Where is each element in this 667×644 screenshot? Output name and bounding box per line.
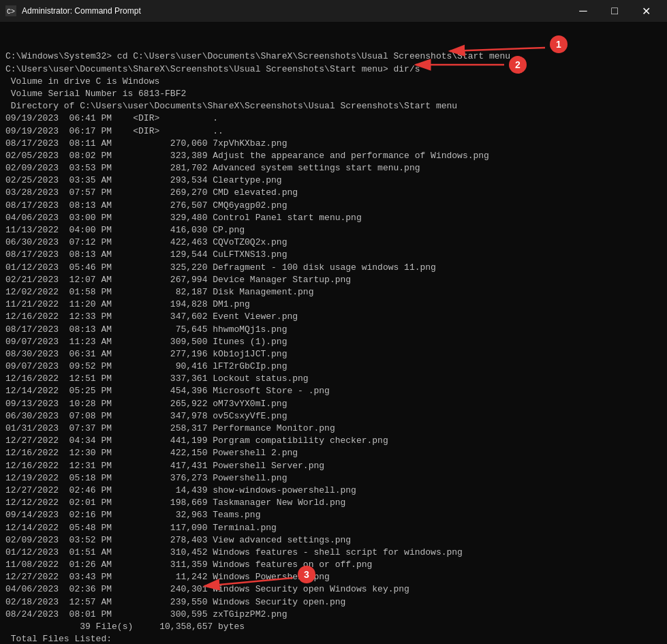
terminal-line: 08/30/2023 06:31 AM 277,196 kOb1oj1JCT.p… xyxy=(5,348,662,361)
terminal-line: 12/16/2022 12:30 PM 422,150 Powershell 2… xyxy=(5,447,662,459)
svg-text:C>: C> xyxy=(7,8,15,16)
minimize-button[interactable]: ─ xyxy=(568,0,599,22)
terminal-line: 02/09/2023 03:53 PM 281,702 Advanced sys… xyxy=(5,162,662,174)
terminal-line: 12/27/2022 02:46 PM 14,439 show-windows-… xyxy=(5,485,662,497)
terminal-line: 12/16/2022 12:33 PM 347,602 Event Viewer… xyxy=(5,311,662,323)
terminal-line: 02/18/2023 12:57 AM 239,550 Windows Secu… xyxy=(5,596,662,609)
terminal-line: 11/08/2022 01:26 AM 311,359 Windows feat… xyxy=(5,559,662,571)
terminal-line: 03/28/2023 07:57 PM 269,270 CMD elevated… xyxy=(5,187,662,199)
terminal-line: 02/25/2023 03:35 AM 293,534 Cleartype.pn… xyxy=(5,174,662,187)
terminal-line: 02/09/2023 03:52 PM 278,403 View advance… xyxy=(5,534,662,547)
terminal-line: 02/21/2023 12:07 AM 267,994 Device Manag… xyxy=(5,274,662,286)
window-container: C> Administrator: Command Prompt ─ □ ✕ C… xyxy=(0,0,667,644)
terminal-line: 09/14/2023 02:16 PM 32,963 Teams.png xyxy=(5,509,662,521)
terminal-line: 12/12/2022 02:01 PM 198,669 Taskmanager … xyxy=(5,497,662,509)
terminal-line: 11/21/2022 11:20 AM 194,828 DM1.png xyxy=(5,298,662,311)
terminal-line: 12/14/2022 05:48 PM 117,090 Terminal.png xyxy=(5,522,662,534)
terminal-line: 09/07/2023 09:52 PM 90,416 lFT2rGbCIp.pn… xyxy=(5,361,662,373)
terminal-line: 12/14/2022 05:25 PM 454,396 Microsoft St… xyxy=(5,385,662,397)
terminal-line: 08/17/2023 08:13 AM 129,544 CuLFTXNS13.p… xyxy=(5,249,662,261)
cmd-icon: C> xyxy=(5,5,16,16)
terminal-line: 12/19/2022 05:18 PM 376,273 Powershell.p… xyxy=(5,472,662,485)
terminal-line: 39 File(s) 10,358,657 bytes xyxy=(5,621,662,633)
terminal-line: 11/13/2022 04:00 PM 416,030 CP.png xyxy=(5,224,662,236)
terminal-line: 09/19/2023 06:41 PM <DIR> . xyxy=(5,112,662,125)
terminal-line: 02/05/2023 08:02 PM 323,389 Adjust the a… xyxy=(5,150,662,162)
maximize-button[interactable]: □ xyxy=(599,0,630,22)
terminal-line: Directory of C:\Users\user\Documents\Sha… xyxy=(5,100,662,112)
terminal-line: Total Files Listed: xyxy=(5,633,662,644)
terminal-line: 12/16/2022 12:31 PM 417,431 Powershell S… xyxy=(5,460,662,472)
cmd-window: C> Administrator: Command Prompt ─ □ ✕ C… xyxy=(0,0,667,644)
terminal-line: C:\Users\user\Documents\ShareX\Screensho… xyxy=(5,63,662,76)
terminal-line: 12/27/2022 04:34 PM 441,199 Porgram comp… xyxy=(5,435,662,447)
terminal-line: 01/12/2023 01:51 AM 310,452 Windows feat… xyxy=(5,547,662,559)
title-bar: C> Administrator: Command Prompt ─ □ ✕ xyxy=(0,0,667,22)
window-title: Administrator: Command Prompt xyxy=(22,6,141,16)
terminal-line: 09/07/2023 11:23 AM 309,500 Itunes (1).p… xyxy=(5,336,662,348)
terminal-line: Volume Serial Number is 6813-FBF2 xyxy=(5,88,662,100)
terminal-line: 01/31/2023 07:37 PM 258,317 Performance … xyxy=(5,423,662,435)
terminal-line: 12/16/2022 12:51 PM 337,361 Lockout stat… xyxy=(5,373,662,385)
title-bar-left: C> Administrator: Command Prompt xyxy=(5,5,141,16)
terminal-line: Volume in drive C is Windows xyxy=(5,76,662,88)
terminal-line: 12/27/2022 03:43 PM 11,242 Windows Power… xyxy=(5,571,662,583)
terminal-content[interactable]: C:\Windows\System32> cd C:\Users\user\Do… xyxy=(0,22,667,644)
terminal-line: 08/17/2023 08:13 AM 75,645 hhwmoMQj1s.pn… xyxy=(5,324,662,336)
terminal-line: 09/13/2023 10:28 PM 265,922 oM73vYX0mI.p… xyxy=(5,398,662,410)
terminal-line: 06/30/2023 07:08 PM 347,978 ov5CsxyVfE.p… xyxy=(5,410,662,423)
terminal-line: 04/06/2023 03:00 PM 329,480 Control Pane… xyxy=(5,212,662,224)
terminal-line: 08/24/2023 08:01 PM 300,595 zxTGipzPM2.p… xyxy=(5,609,662,621)
terminal-line: 06/30/2023 07:12 PM 422,463 CQVoTZ0Q2x.p… xyxy=(5,236,662,249)
window-controls: ─ □ ✕ xyxy=(568,0,662,22)
terminal-line: 08/17/2023 08:11 AM 270,060 7xpVhKXbaz.p… xyxy=(5,138,662,150)
close-button[interactable]: ✕ xyxy=(630,0,662,22)
terminal-line: 04/06/2023 02:36 PM 240,301 Windows Secu… xyxy=(5,583,662,596)
terminal-line: 01/12/2023 05:46 PM 325,220 Defragment -… xyxy=(5,262,662,274)
terminal-line: 12/02/2022 01:58 PM 82,187 Disk Manageme… xyxy=(5,286,662,298)
terminal-line: 08/17/2023 08:13 AM 276,507 CMQ6yagp02.p… xyxy=(5,200,662,212)
terminal-line: 09/19/2023 06:17 PM <DIR> .. xyxy=(5,125,662,138)
terminal-line: C:\Windows\System32> cd C:\Users\user\Do… xyxy=(5,50,662,63)
